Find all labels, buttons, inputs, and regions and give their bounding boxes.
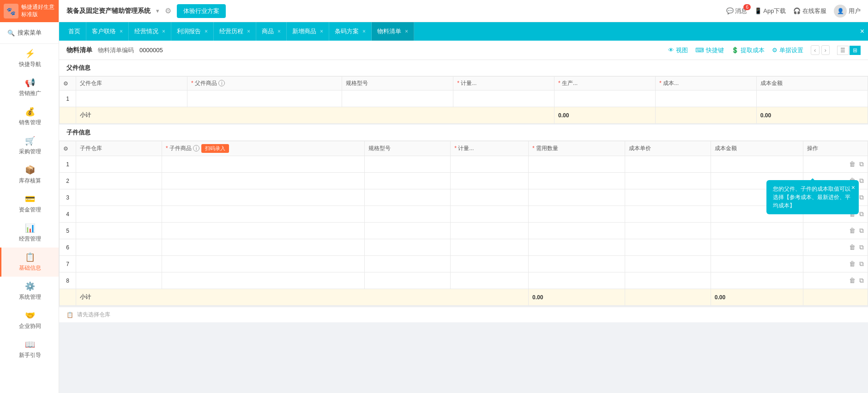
child-row3-product[interactable] [162, 189, 365, 206]
parent-unit-cell[interactable] [453, 91, 555, 107]
child-row8-product[interactable] [162, 272, 365, 289]
child-row2-unit[interactable] [451, 173, 529, 189]
delete-icon[interactable]: 🗑 [849, 160, 856, 168]
tab-home[interactable]: 首页 [63, 22, 86, 41]
child-row6-spec[interactable] [365, 239, 451, 256]
parent-production-cell[interactable] [555, 91, 656, 107]
tab-profit-report[interactable]: 利润报告 × [171, 22, 214, 41]
sidebar-item-system[interactable]: ⚙️ 系统管理 [0, 277, 59, 306]
tab-new-close[interactable]: × [320, 28, 323, 35]
child-row2-warehouse[interactable] [76, 173, 162, 189]
tooltip-close-button[interactable]: × [851, 183, 855, 193]
child-row7-spec[interactable] [365, 256, 451, 272]
child-row5-unit-cost[interactable] [625, 223, 711, 239]
tab-operations-status[interactable]: 经营情况 × [129, 22, 171, 41]
child-row6-qty[interactable] [529, 239, 625, 256]
sidebar-item-basic-info[interactable]: 📋 基础信息 [0, 248, 59, 277]
tab-products[interactable]: 商品 × [256, 22, 287, 41]
child-row2-unit-cost[interactable] [625, 173, 711, 189]
sidebar-item-inventory[interactable]: 📦 库存核算 [0, 160, 59, 189]
child-row2-spec[interactable] [365, 173, 451, 189]
close-all-tabs[interactable]: × [860, 27, 864, 36]
child-row8-qty[interactable] [529, 272, 625, 289]
child-row7-qty[interactable] [529, 256, 625, 272]
prev-arrow[interactable]: ‹ [811, 45, 819, 55]
settings-gear-icon[interactable]: ⚙ [165, 6, 171, 15]
tab-bom-close[interactable]: × [405, 28, 408, 35]
tab-operations-history[interactable]: 经营历程 × [214, 22, 256, 41]
copy-icon[interactable]: ⧉ [859, 260, 864, 268]
tab-customer-close[interactable]: × [120, 28, 123, 35]
single-settings-button[interactable]: ⚙ 单据设置 [772, 46, 803, 54]
child-row7-unit-cost[interactable] [625, 256, 711, 272]
child-row3-qty[interactable] [529, 189, 625, 206]
child-row8-unit[interactable] [451, 272, 529, 289]
child-row5-spec[interactable] [365, 223, 451, 239]
view-button[interactable]: 👁 视图 [668, 46, 688, 54]
child-row3-unit-cost[interactable] [625, 189, 711, 206]
parent-col-settings[interactable]: ⚙ [60, 77, 76, 91]
parent-cost-cell[interactable] [655, 91, 756, 107]
child-row5-product[interactable] [162, 223, 365, 239]
tab-ops-close[interactable]: × [162, 28, 165, 35]
sidebar-item-quick-nav[interactable]: ⚡ 快捷导航 [0, 44, 59, 73]
tab-bom[interactable]: 物料清单 × [372, 22, 414, 41]
parent-warehouse-cell[interactable] [76, 91, 187, 107]
online-service-button[interactable]: 🎧 在线客服 [793, 7, 826, 15]
child-row5-warehouse[interactable] [76, 223, 162, 239]
child-row4-qty[interactable] [529, 206, 625, 223]
sidebar-item-guide[interactable]: 📖 新手引导 [0, 335, 59, 364]
child-row7-product[interactable] [162, 256, 365, 272]
next-arrow[interactable]: › [821, 45, 830, 55]
child-row1-warehouse[interactable] [76, 156, 162, 173]
child-row1-product[interactable] [162, 156, 365, 173]
tab-prod-close[interactable]: × [277, 28, 281, 35]
child-row1-unit[interactable] [451, 156, 529, 173]
app-download-button[interactable]: 📱 App下载 [754, 7, 786, 15]
child-row8-warehouse[interactable] [76, 272, 162, 289]
child-row4-unit[interactable] [451, 206, 529, 223]
message-badge-button[interactable]: 💬 6 消息 [726, 7, 747, 15]
sidebar-item-operations[interactable]: 📊 经营管理 [0, 218, 59, 248]
child-row6-warehouse[interactable] [76, 239, 162, 256]
child-row7-unit[interactable] [451, 256, 529, 272]
delete-icon[interactable]: 🗑 [849, 277, 856, 284]
copy-icon[interactable]: ⧉ [859, 277, 864, 284]
tab-customer[interactable]: 客户联络 × [86, 22, 129, 41]
extract-cost-button[interactable]: 💲 提取成本 [731, 46, 765, 54]
child-row7-warehouse[interactable] [76, 256, 162, 272]
copy-icon[interactable]: ⧉ [859, 243, 864, 251]
sidebar-item-purchase[interactable]: 🛒 采购管理 [0, 131, 59, 160]
shortcut-button[interactable]: ⌨ 快捷键 [695, 46, 724, 54]
child-row4-product[interactable] [162, 206, 365, 223]
tab-barcode-close[interactable]: × [362, 28, 366, 35]
grid-view-btn[interactable]: ⊞ [850, 46, 861, 55]
child-row4-unit-cost[interactable] [625, 206, 711, 223]
trial-button[interactable]: 体验行业方案 [177, 4, 226, 18]
parent-product-cell[interactable] [187, 91, 342, 107]
child-row6-unit-cost[interactable] [625, 239, 711, 256]
sidebar-item-finance[interactable]: 💳 资金管理 [0, 189, 59, 218]
child-row3-unit[interactable] [451, 189, 529, 206]
delete-icon[interactable]: 🗑 [849, 227, 856, 235]
child-row5-qty[interactable] [529, 223, 625, 239]
child-row4-spec[interactable] [365, 206, 451, 223]
sidebar-item-sales[interactable]: 💰 销售管理 [0, 102, 59, 131]
delete-icon[interactable]: 🗑 [849, 243, 856, 251]
copy-icon[interactable]: ⧉ [859, 160, 864, 168]
child-row8-unit-cost[interactable] [625, 272, 711, 289]
tab-hist-close[interactable]: × [247, 28, 250, 35]
child-col-settings[interactable]: ⚙ [60, 141, 76, 156]
child-row1-spec[interactable] [365, 156, 451, 173]
child-row1-qty[interactable] [529, 156, 625, 173]
child-row5-unit[interactable] [451, 223, 529, 239]
list-view-btn[interactable]: ☰ [837, 46, 849, 55]
tab-profit-close[interactable]: × [205, 28, 208, 35]
child-row6-unit[interactable] [451, 239, 529, 256]
child-row1-unit-cost[interactable] [625, 156, 711, 173]
child-row4-warehouse[interactable] [76, 206, 162, 223]
scan-input-button[interactable]: 扫码录入 [201, 144, 229, 153]
tab-barcode[interactable]: 条码方案 × [329, 22, 372, 41]
copy-icon[interactable]: ⧉ [859, 193, 864, 201]
child-row3-spec[interactable] [365, 189, 451, 206]
